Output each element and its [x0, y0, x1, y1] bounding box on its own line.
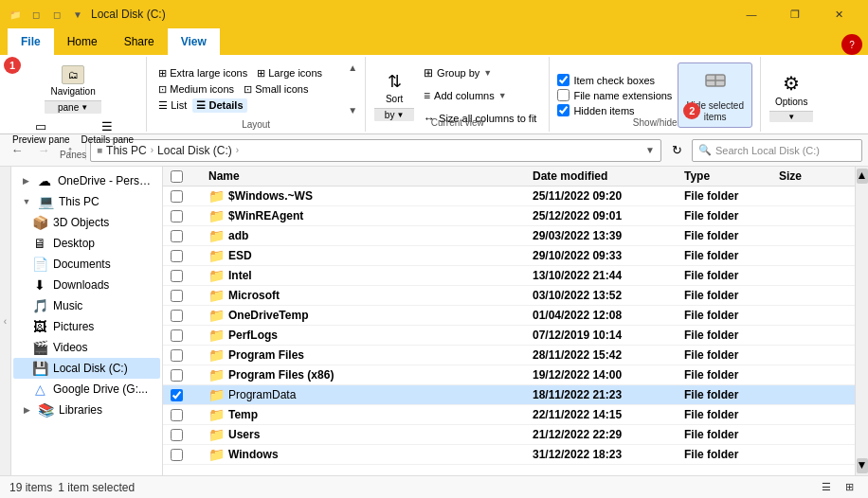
layout-up-arrow[interactable]: ▲ — [348, 62, 357, 73]
sort-by-label: Sort — [386, 94, 403, 104]
breadcrumb-dropdown[interactable]: ▼ — [645, 145, 655, 155]
sidebar-toggle[interactable]: ‹ — [0, 167, 11, 475]
row-date: 31/12/2022 18:23 — [533, 448, 684, 461]
tab-file[interactable]: File — [8, 28, 54, 55]
file-row[interactable]: 📁 Intel 13/10/2022 21:44 File folder — [163, 266, 855, 286]
file-row[interactable]: 📁 Users 21/12/2022 22:29 File folder — [163, 425, 855, 445]
sidebar-item-desktop[interactable]: 🖥 Desktop — [13, 233, 160, 254]
details-pane-icon: ☰ — [101, 119, 113, 133]
tab-share[interactable]: Share — [111, 28, 168, 55]
file-extensions-checkbox[interactable] — [557, 89, 570, 101]
3d-objects-label: 3D Objects — [53, 216, 109, 229]
annotation-1: 1 — [4, 57, 21, 74]
preview-pane-button[interactable]: ▭ Preview pane — [8, 116, 75, 148]
layout-extra-large[interactable]: ⊞ Extra large icons — [154, 66, 251, 80]
row-name: 📁 ESD — [190, 248, 533, 263]
file-row[interactable]: 📁 $Windows.~WS 25/11/2022 09:20 File fol… — [163, 187, 855, 206]
file-row[interactable]: 📁 Temp 22/11/2022 14:15 File folder — [163, 405, 855, 425]
tab-view[interactable]: View — [168, 28, 220, 55]
search-bar[interactable]: 🔍 Search Local Disk (C:) — [692, 139, 862, 162]
help-icon[interactable]: ? — [841, 34, 862, 55]
ribbon-group-layout: ⊞ Extra large icons ⊞ Large icons ⊡ Medi… — [147, 57, 366, 132]
options-dropdown[interactable]: ▼ — [769, 111, 813, 122]
layout-small[interactable]: ⊡ Small icons — [240, 82, 312, 97]
filename: $WinREAgent — [228, 209, 303, 222]
sidebar-item-downloads[interactable]: ⬇ Downloads — [13, 275, 160, 295]
row-name: 📁 Microsoft — [190, 288, 533, 303]
file-list-header: Name Date modified Type Size — [163, 167, 855, 187]
options-button[interactable]: ⚙ Options ▼ — [769, 67, 814, 123]
details-pane-button[interactable]: ☰ Details pane — [77, 116, 139, 148]
google-drive-icon: △ — [32, 382, 47, 397]
close-button[interactable]: ✕ — [817, 0, 860, 28]
navigation-pane-dropdown[interactable]: pane ▼ — [45, 100, 100, 114]
row-checkbox — [163, 290, 190, 302]
item-checkboxes-label: Item check boxes — [573, 75, 655, 86]
filename: OneDriveTemp — [228, 309, 308, 322]
row-name: 📁 OneDriveTemp — [190, 308, 533, 323]
row-name: 📁 ProgramData — [190, 387, 533, 402]
file-row[interactable]: 📁 Microsoft 03/10/2022 13:52 File folder — [163, 286, 855, 306]
preview-pane-icon: ▭ — [35, 119, 46, 133]
layout-arrows: ▲ ▼ — [348, 61, 357, 117]
sort-by-button[interactable]: ⇅ Sort by ▼ — [373, 66, 415, 122]
row-date: 28/11/2022 15:42 — [533, 348, 684, 362]
minimize-button[interactable]: — — [730, 0, 773, 28]
sidebar-item-local-disk[interactable]: 💾 Local Disk (C:) — [13, 358, 160, 379]
file-row[interactable]: 📁 Program Files 28/11/2022 15:42 File fo… — [163, 346, 855, 365]
sidebar-item-3d-objects[interactable]: 📦 3D Objects — [13, 212, 160, 233]
sidebar-item-music[interactable]: 🎵 Music — [13, 295, 160, 316]
file-row-selected[interactable]: 📁 ProgramData 18/11/2022 21:23 File fold… — [163, 385, 855, 405]
filename: Users — [228, 428, 260, 441]
layout-large[interactable]: ⊞ Large icons — [253, 66, 326, 80]
sidebar-item-pictures[interactable]: 🖼 Pictures — [13, 316, 160, 337]
tab-home[interactable]: Home — [54, 28, 111, 55]
layout-down-arrow[interactable]: ▼ — [348, 105, 357, 116]
videos-icon: 🎬 — [32, 340, 47, 355]
search-placeholder: Search Local Disk (C:) — [715, 145, 820, 156]
scroll-down[interactable]: ▼ — [857, 458, 868, 473]
sidebar-item-google-drive[interactable]: △ Google Drive (G:... — [13, 379, 160, 400]
folder-icon: 📁 — [208, 188, 225, 204]
details-view-button[interactable]: ☰ — [817, 478, 836, 497]
window-controls: — ❐ ✕ — [730, 0, 860, 28]
sidebar-item-videos[interactable]: 🎬 Videos — [13, 337, 160, 358]
item-checkboxes-checkbox[interactable] — [557, 74, 570, 86]
options-arrow: ▼ — [787, 113, 795, 121]
breadcrumb-local-disk[interactable]: Local Disk (C:) — [157, 144, 232, 157]
group-by-icon: ⊞ — [424, 66, 433, 80]
sidebar-item-documents[interactable]: 📄 Documents — [13, 254, 160, 275]
col-header-name[interactable]: Name — [190, 169, 533, 183]
navigation-pane-button[interactable]: 🗂 Navigation pane ▼ — [44, 61, 101, 115]
layout-list[interactable]: ☰ List — [154, 98, 190, 113]
filename: adb — [228, 229, 248, 242]
sidebar-item-onedrive[interactable]: ▶ ☁ OneDrive - Person... — [13, 170, 160, 191]
row-type: File folder — [684, 309, 779, 322]
address-bar[interactable]: ■ This PC › Local Disk (C:) › ▼ — [90, 139, 661, 162]
refresh-button[interactable]: ↻ — [665, 139, 688, 162]
group-by-button[interactable]: ⊞ Group by ▼ — [419, 63, 541, 82]
row-checkbox — [163, 190, 190, 203]
file-row[interactable]: 📁 PerfLogs 07/12/2019 10:14 File folder — [163, 326, 855, 346]
layout-details[interactable]: ☰ Details — [192, 98, 246, 113]
file-row[interactable]: 📁 Program Files (x86) 19/12/2022 14:00 F… — [163, 365, 855, 385]
col-header-size[interactable]: Size — [779, 169, 855, 183]
large-icons-view-button[interactable]: ⊞ — [840, 478, 859, 497]
file-row[interactable]: 📁 Windows 31/12/2022 18:23 File folder — [163, 445, 855, 465]
file-row[interactable]: 📁 OneDriveTemp 01/04/2022 12:08 File fol… — [163, 306, 855, 326]
hidden-items-checkbox[interactable] — [557, 104, 570, 116]
sidebar-item-this-pc[interactable]: ▼ 💻 This PC — [13, 191, 160, 212]
scroll-up[interactable]: ▲ — [857, 169, 868, 184]
file-row[interactable]: 📁 ESD 29/10/2022 09:33 File folder — [163, 246, 855, 266]
add-columns-button[interactable]: ≡ Add columns ▼ — [419, 86, 541, 105]
file-row[interactable]: 📁 adb 29/03/2022 13:39 File folder — [163, 226, 855, 246]
layout-group-label: Layout — [242, 119, 270, 130]
col-header-type[interactable]: Type — [684, 169, 779, 183]
scrollbar[interactable]: ▲ ▼ — [855, 167, 868, 475]
layout-medium[interactable]: ⊡ Medium icons — [154, 82, 238, 97]
file-row[interactable]: 📁 $WinREAgent 25/12/2022 09:01 File fold… — [163, 206, 855, 226]
select-all-checkbox[interactable] — [171, 170, 183, 183]
col-header-date[interactable]: Date modified — [533, 169, 684, 183]
sidebar-item-libraries[interactable]: ▶ 📚 Libraries — [13, 400, 160, 420]
maximize-button[interactable]: ❐ — [773, 0, 817, 28]
